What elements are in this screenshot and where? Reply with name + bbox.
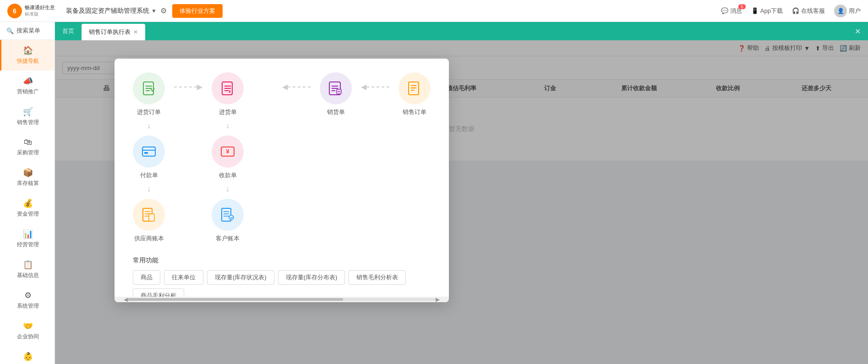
user-profile[interactable]: 👤 用户: [834, 5, 861, 17]
main-layout: 🔍 搜索菜单 🏠 快捷导航 📣 营销推广 🛒 销售管理 🛍 采购管理 📦 库存核…: [0, 22, 868, 364]
online-service-label: 在线客服: [801, 7, 825, 15]
payment-circle: [133, 136, 165, 168]
sales-order-icon: [406, 80, 423, 97]
flow-node-sales-order[interactable]: 销售订单: [399, 72, 431, 116]
receipt-label: 收款单: [219, 171, 237, 179]
sidebar-label-marketing: 营销推广: [17, 88, 39, 96]
gear-button[interactable]: ⚙: [160, 6, 167, 15]
svg-rect-11: [149, 214, 154, 221]
sidebar-label-quick-nav: 快捷导航: [17, 57, 39, 65]
supplier-icon: [141, 206, 157, 223]
sidebar-item-purchase[interactable]: 🛍 采购管理: [0, 132, 55, 162]
customer-circle: [212, 199, 244, 231]
marketing-icon: 📣: [23, 76, 33, 86]
user-name: 用户: [849, 7, 861, 15]
purchase-bill-circle: ¥: [212, 72, 244, 104]
flow-node-purchase-order[interactable]: 进货订单: [133, 72, 165, 116]
payment-label: 付款单: [140, 171, 158, 179]
svg-point-23: [229, 215, 234, 220]
svg-text:¥: ¥: [229, 89, 231, 94]
logo-text: 畅康通好生意: [25, 4, 55, 11]
cf-btn-product-profit[interactable]: 商品毛利分析: [133, 288, 184, 297]
logo-icon: 6: [7, 4, 22, 18]
svg-rect-4: [142, 147, 155, 156]
down-arrow-2: ↓: [147, 185, 151, 193]
customer-account-label: 客户账本: [216, 234, 240, 243]
sidebar-label-basic: 基础信息: [17, 272, 39, 279]
sidebar-item-marketing[interactable]: 📣 营销推广: [0, 71, 55, 101]
sidebar-item-finance[interactable]: 💰 资金管理: [0, 193, 55, 223]
customer-icon: [219, 206, 236, 223]
sidebar-item-inventory[interactable]: 📦 库存核算: [0, 162, 55, 193]
sidebar-item-operation[interactable]: 📊 经营管理: [0, 223, 55, 254]
common-functions: 常用功能 商品 往来单位 现存量(库存状况表) 现存量(库存分布表) 销售毛利分…: [133, 256, 431, 297]
tab-close-icon[interactable]: ✕: [133, 29, 138, 35]
phone-icon: 📱: [751, 7, 759, 14]
purchase-bill-icon: ¥: [219, 80, 236, 97]
system-title: 装备及固定资产辅助管理系统 ▼: [66, 7, 157, 15]
enterprise-icon: 🤝: [23, 321, 33, 331]
inventory-icon: 📦: [23, 168, 33, 178]
sidebar-item-basic[interactable]: 📋 基础信息: [0, 254, 55, 285]
dropdown-arrow-icon[interactable]: ▼: [151, 8, 157, 14]
purchase-order-circle: [133, 72, 165, 104]
cf-btn-sales-profit[interactable]: 销售毛利分析表: [349, 270, 406, 285]
cf-btn-product[interactable]: 商品: [133, 270, 160, 285]
tab-home[interactable]: 首页: [55, 22, 82, 40]
purchase-bill-label: 进货单: [219, 108, 237, 116]
flow-node-receipt[interactable]: ¥ 收款单: [212, 136, 244, 179]
common-functions-title: 常用功能: [133, 256, 431, 265]
cf-btn-stock-dist[interactable]: 现存量(库存分布表): [278, 270, 345, 285]
tab-sales-order[interactable]: 销售订单执行表 ✕: [82, 24, 145, 40]
service-icon: 🎧: [792, 7, 799, 14]
online-service-button[interactable]: 🎧 在线客服: [792, 7, 825, 15]
purchase-order-icon: [141, 80, 157, 97]
sidebar-label-finance: 资金管理: [17, 210, 39, 218]
arrow-sales-order: ◀: [361, 82, 389, 91]
app-download-button[interactable]: 📱 App下载: [751, 7, 783, 15]
tab-close-all-button[interactable]: ✕: [847, 27, 868, 36]
message-button[interactable]: 💬 消息 6: [721, 7, 742, 15]
flow-node-purchase-bill[interactable]: ¥ 进货单: [212, 72, 244, 116]
flow-node-supplier-account[interactable]: 供应商账本: [133, 199, 165, 243]
tab-bar: 首页 销售订单执行表 ✕ ✕: [55, 22, 868, 40]
sidebar: 🔍 搜索菜单 🏠 快捷导航 📣 营销推广 🛒 销售管理 🛍 采购管理 📦 库存核…: [0, 22, 55, 364]
flow-node-customer-account[interactable]: 客户账本: [212, 199, 244, 243]
scrollbar-track[interactable]: [128, 298, 436, 301]
home-icon: 🏠: [23, 45, 33, 55]
search-icon: 🔍: [6, 27, 14, 34]
common-function-buttons: 商品 往来单位 现存量(库存状况表) 现存量(库存分布表) 销售毛利分析表 商品…: [133, 270, 431, 297]
popup-modal: 进货订单 ↓: [115, 59, 449, 302]
scroll-right-arrow[interactable]: ▶: [436, 296, 440, 302]
popup-scrollbar[interactable]: ◀ ▶: [115, 297, 449, 302]
sidebar-label-inventory: 库存核算: [17, 179, 39, 187]
search-menu-button[interactable]: 🔍 搜索菜单: [0, 22, 55, 40]
header-right: 💬 消息 6 📱 App下载 🎧 在线客服 👤 用户: [721, 5, 861, 17]
cf-btn-partner[interactable]: 往来单位: [164, 270, 203, 285]
sidebar-label-sales: 销售管理: [17, 119, 39, 126]
message-badge: 6: [738, 4, 746, 9]
scrollbar-thumb: [128, 298, 343, 301]
purchase-icon: 🛍: [24, 137, 32, 147]
sidebar-item-enterprise[interactable]: 🤝 企业协同: [0, 315, 55, 346]
system-title-text: 装备及固定资产辅助管理系统: [66, 7, 149, 15]
payment-icon: [141, 143, 157, 160]
trial-button[interactable]: 体验行业方案: [172, 4, 223, 18]
scroll-left-arrow[interactable]: ◀: [124, 296, 128, 302]
flow-node-sales-bill[interactable]: 销货单: [320, 72, 352, 116]
overlay[interactable]: 进货订单 ↓: [55, 40, 868, 364]
sales-bill-circle: [320, 72, 352, 104]
sidebar-item-sales[interactable]: 🛒 销售管理: [0, 101, 55, 132]
newbie-icon: 👶: [23, 352, 33, 362]
flow-node-payment[interactable]: 付款单: [133, 136, 165, 179]
app-download-label: App下载: [760, 7, 783, 15]
sidebar-item-system[interactable]: ⚙ 系统管理: [0, 285, 55, 315]
logo-sub: 标准版: [25, 11, 55, 17]
cf-btn-stock-status[interactable]: 现存量(库存状况表): [207, 270, 274, 285]
arrow-purchase: ▶: [174, 82, 202, 91]
sidebar-item-newbie[interactable]: 👶 新手引导: [0, 346, 55, 364]
down-arrow-1: ↓: [147, 122, 151, 130]
sidebar-item-quick-nav[interactable]: 🏠 快捷导航: [0, 40, 55, 71]
down-arrow-3: ↓: [226, 122, 229, 130]
finance-icon: 💰: [23, 198, 33, 208]
